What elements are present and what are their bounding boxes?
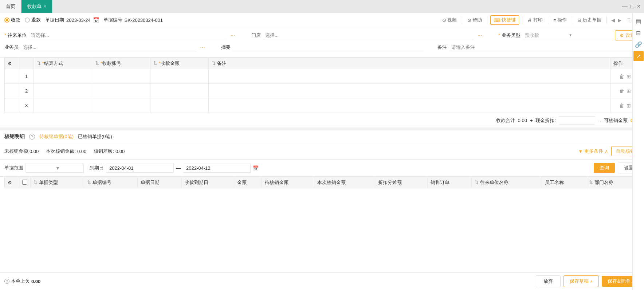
bth-bill-number-label: 单据编号 [93,180,111,185]
sidebar-icon-expand[interactable]: ↗ [633,51,644,61]
verification-info-icon[interactable]: ? [29,134,35,140]
remark-input[interactable] [449,43,640,51]
store-input[interactable] [263,31,474,39]
row3-settlement[interactable] [34,98,92,113]
section-divider [0,128,644,130]
due-date-from[interactable] [106,164,174,173]
date-calendar-icon[interactable]: 📅 [253,165,259,171]
row3-account[interactable] [92,98,150,113]
prev-icon[interactable]: ◀ [610,17,616,23]
row1-amount[interactable] [150,69,209,84]
store-label: 门店 [251,32,261,39]
table-header-row: ⚙ ⇅ *结算方式 ⇅ *收款账号 ⇅ *收款金额 [5,58,640,69]
due-date-to[interactable] [183,164,251,173]
help-btn[interactable]: ⊙ 帮助 [465,16,484,24]
video-btn[interactable]: ⊙ 视频 [440,16,459,24]
th-settings[interactable]: ⚙ [5,58,19,69]
select-all-checkbox[interactable] [22,180,27,185]
main-table: ⚙ ⇅ *结算方式 ⇅ *收款账号 ⇅ *收款金额 [4,58,640,113]
partner-input[interactable] [29,31,227,39]
abandon-btn[interactable]: 放弃 [536,275,561,287]
sidebar-icon-table[interactable]: ▤ [633,16,644,26]
maximize-icon[interactable]: □ [631,3,634,10]
summary-input[interactable] [233,43,423,51]
footer-info-icon[interactable]: ? [4,279,9,284]
row2-copy-icon[interactable]: ⊞ [627,88,631,94]
bth-discount: 折扣分摊额 [375,177,427,188]
pending-tab-link[interactable]: 待核销单据(0笔) [39,133,74,140]
minimize-icon[interactable]: — [622,3,628,10]
row3-copy-icon[interactable]: ⊞ [627,103,631,109]
row1-settlement[interactable] [34,69,92,84]
business-type-field: 业务类型 预收款 ▼ [498,31,615,40]
bth-staff-label: 员工名称 [545,180,564,185]
sidebar-icon-document[interactable]: ⊟ [633,28,644,38]
staff-more-icon[interactable]: ··· [199,44,206,51]
bottom-table-container[interactable]: ⚙ ⇅ 单据类型 ⇅ 单据编号 单据日期 [4,177,640,272]
number-field: 单据编号 SK-20230324-001 [103,17,163,23]
bth-checkbox[interactable] [19,177,31,188]
row2-amount[interactable] [150,84,209,98]
store-more-icon[interactable]: ··· [476,32,484,39]
more-conditions-btn[interactable]: ▼ 更多条件 ∧ [578,148,608,154]
operate-label: 操作 [557,17,567,23]
calendar-icon[interactable]: 📅 [93,17,99,23]
divider4 [548,16,548,24]
discount-label: 现金折扣: [535,117,556,124]
row2-settlement[interactable] [34,84,92,98]
bth-settings[interactable]: ⚙ [5,177,19,188]
save-new-label: 保存&新增 [608,278,630,285]
bth-bill-type: ⇅ 单据类型 [31,177,84,188]
history-btn[interactable]: ⊟ 历史单据 [575,16,604,24]
divider5 [572,16,572,24]
operate-btn[interactable]: ≡ 操作 [551,16,569,24]
this-time-label: 本次核销金额: [46,148,76,154]
tab-active[interactable]: 收款单 × [21,0,52,13]
business-type-select[interactable]: 预收款 ▼ [523,31,615,40]
shortcut-btn[interactable]: ⌨ 快捷键 [490,15,519,25]
cleared-tab-link[interactable]: 已核销单据(0笔) [78,133,112,140]
bth-partner-label: 往来单位名称 [480,180,508,185]
close-icon[interactable]: × [637,3,640,10]
row1-account[interactable] [92,69,150,84]
summary-field: 摘要 [221,43,423,51]
row2-remark[interactable] [209,84,610,98]
table-row: 3 🗑 ⊞ [5,98,640,113]
row3-amount[interactable] [150,98,209,113]
bth-dept-label: 部门名称 [594,180,613,185]
row2-delete-icon[interactable]: 🗑 [619,88,624,94]
bth-bill-date: 单据日期 [137,177,181,188]
divider2 [487,16,487,24]
tab-close-icon[interactable]: × [44,4,46,9]
sidebar-icon-link[interactable]: 🔗 [633,39,644,50]
video-icon: ⊙ [442,17,446,23]
query-btn[interactable]: 查询 [594,163,615,173]
row3-remark[interactable] [209,98,610,113]
save-draft-btn[interactable]: 保存草稿 ∧ [564,275,599,287]
row1-delete-icon[interactable]: 🗑 [619,74,624,79]
divider3 [522,16,522,24]
abandon-label: 放弃 [543,278,553,284]
due-date-field: 到期日 — 📅 [90,164,259,173]
layout-list-icon[interactable]: ≡ [626,16,632,24]
row3-delete-icon[interactable]: 🗑 [619,103,624,109]
row1-copy-icon[interactable]: ⊞ [627,74,631,79]
row1-remark[interactable] [209,69,610,84]
radio-shoukuan[interactable]: 收款 [4,17,20,23]
radio-tuikuan[interactable]: 退款 [25,17,41,23]
range-select[interactable]: ▼ [25,164,84,173]
next-icon[interactable]: ▶ [616,17,623,23]
tab-home[interactable]: 首页 [0,0,21,13]
row2-account[interactable] [92,84,150,98]
th-remark-label: 备注 [217,60,227,66]
right-sidebar: ▤ ⊟ 🔗 ↗ [632,13,644,290]
partner-more-icon[interactable]: ··· [229,32,237,39]
divider1 [462,16,462,24]
calc-plus: + [530,118,533,123]
staff-input[interactable] [21,43,196,51]
partner-field: 往来单位 ··· [4,31,237,39]
sort-icon-bill-type: ⇅ [34,180,38,185]
print-btn[interactable]: 🖨 打印 [525,16,545,24]
tab-bar: 首页 收款单 × — □ × [0,0,644,13]
discount-input[interactable] [559,116,595,125]
